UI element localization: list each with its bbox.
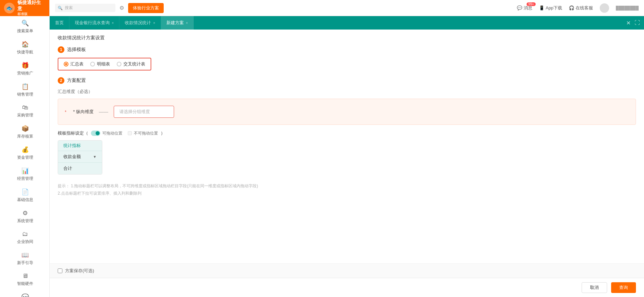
- sidebar-item-label: 搜索菜单: [17, 28, 33, 34]
- metric-dropdown-0[interactable]: ▼: [93, 155, 97, 159]
- gift-icon: 🎁: [21, 62, 29, 69]
- tab-new-plan-close[interactable]: ×: [186, 21, 188, 25]
- radio-cross-circle: [117, 62, 121, 66]
- tab-expand-icon[interactable]: ⛶: [635, 20, 640, 26]
- tab-bank[interactable]: 现金银行流水查询 ×: [69, 16, 119, 30]
- guide-icon: 📖: [21, 251, 29, 259]
- vertical-label-text: * 纵向维度: [73, 109, 94, 115]
- sidebar-item-nav[interactable]: 🏠 快捷导航: [0, 37, 49, 58]
- service-icon: 🎧: [569, 5, 574, 10]
- sidebar-item-sales[interactable]: 📋 销售管理: [0, 80, 49, 101]
- save-label: 方案保存(可选): [65, 268, 94, 274]
- download-icon: 📱: [539, 5, 544, 10]
- radio-summary[interactable]: 汇总表: [64, 61, 84, 67]
- purchase-icon: 🛍: [22, 104, 28, 111]
- collab-icon: 🗂: [22, 231, 28, 238]
- sales-icon: 📋: [21, 83, 29, 90]
- metric-row-0: 收款金额 ▼: [58, 151, 102, 163]
- sidebar-item-wechat[interactable]: 💬 企业微信: [0, 290, 49, 297]
- sidebar-item-hardware[interactable]: 🖥 智能硬件: [0, 269, 49, 290]
- sidebar-item-label: 新手引导: [17, 260, 33, 266]
- section-template: 1 选择模板 汇总表 明细表 交叉统计表: [58, 46, 636, 70]
- section2-title: 方案配置: [67, 78, 86, 84]
- radio-detail-label: 明细表: [97, 61, 110, 67]
- dimension-section-label: 汇总维度（必选）: [58, 89, 636, 95]
- radio-cross[interactable]: 交叉统计表: [117, 61, 145, 67]
- sidebar-item-label: 快捷导航: [17, 49, 33, 55]
- finance-icon: 💰: [21, 146, 29, 153]
- app-edition: 标准版: [17, 12, 45, 16]
- sidebar-item-guide[interactable]: 📖 新手引导: [0, 248, 49, 269]
- save-bar: 方案保存(可选): [50, 263, 644, 278]
- metric-group-label: 统计指标: [63, 143, 81, 148]
- sidebar-item-marketing[interactable]: 🎁 营销推广: [0, 58, 49, 80]
- vertical-label: *: [65, 109, 66, 114]
- query-button[interactable]: 查询: [611, 282, 636, 293]
- service-item[interactable]: 🎧 在线客服: [569, 5, 593, 11]
- tab-home[interactable]: 首页: [50, 16, 69, 30]
- sidebar-item-label: 经营管理: [17, 176, 33, 182]
- drag-toggle[interactable]: [91, 131, 100, 136]
- dimension-area: * * 纵向维度 —— 请选择分组维度: [58, 99, 636, 125]
- message-item[interactable]: 💬 消息 99+: [517, 5, 532, 11]
- metric-legend: 可拖动位置 不可拖动位置: [91, 131, 158, 136]
- sidebar-item-label: 企业协同: [17, 239, 33, 245]
- tab-close-all-icon[interactable]: ✕: [626, 20, 631, 26]
- save-checkbox[interactable]: [58, 268, 62, 273]
- tab-new-plan[interactable]: 新建方案 ×: [161, 16, 194, 30]
- sidebar: 🐟 畅捷通好生意 标准版 🔍 搜索菜单 🏠 快捷导航 🎁 营销推广 📋 销售管理…: [0, 0, 50, 297]
- section-config: 2 方案配置 汇总维度（必选） * * 纵向维度 —— 请选择分组维度: [58, 77, 636, 197]
- dimension-row: * * 纵向维度 —— 请选择分组维度: [65, 106, 629, 118]
- cancel-button[interactable]: 取消: [582, 282, 607, 293]
- tab-bank-close[interactable]: ×: [112, 21, 114, 25]
- topbar: 🔍 搜索 ⚙ 体验行业方案 💬 消息 99+ 📱 App下载 🎧 在线客服 ██…: [50, 0, 644, 16]
- tab-home-label: 首页: [55, 20, 64, 26]
- tab-collection-close[interactable]: ×: [153, 21, 155, 25]
- trial-button[interactable]: 体验行业方案: [128, 3, 164, 13]
- tips-line-1: 提示： 1.拖动标题栏可以调整布局，不可跨维度或指标区域拖动栏目字段(只能在同一…: [58, 183, 636, 190]
- sidebar-item-collab[interactable]: 🗂 企业协同: [0, 227, 49, 248]
- user-avatar[interactable]: [600, 3, 609, 13]
- gear-icon[interactable]: ⚙: [119, 5, 124, 11]
- template-selector: 汇总表 明细表 交叉统计表: [58, 58, 151, 70]
- username: ████████: [616, 6, 639, 10]
- sidebar-item-label: 营销推广: [17, 70, 33, 76]
- download-item[interactable]: 📱 App下载: [539, 5, 562, 11]
- sidebar-item-system[interactable]: ⚙ 系统管理: [0, 206, 49, 227]
- section1-header: 1 选择模板: [58, 46, 636, 53]
- home-icon: 🏠: [21, 41, 29, 48]
- tips-line-2: 2.点击标题栏下拉可设置排序、插入列和删除列: [58, 190, 636, 197]
- sidebar-item-operation[interactable]: 📊 经营管理: [0, 164, 49, 185]
- message-icon: 💬: [517, 5, 522, 10]
- service-label: 在线客服: [576, 5, 593, 11]
- footer-actions: 取消 查询: [50, 278, 644, 297]
- metric-label-0: 收款金额: [63, 154, 90, 160]
- logo-icon: 🐟: [4, 3, 15, 13]
- tab-bank-label: 现金银行流水查询: [75, 20, 110, 26]
- sidebar-item-finance[interactable]: 💰 资金管理: [0, 143, 49, 164]
- tips-section: 提示： 1.拖动标题栏可以调整布局，不可跨维度或指标区域拖动栏目字段(只能在同一…: [58, 183, 636, 197]
- sidebar-item-label: 基础信息: [17, 197, 33, 203]
- tab-collection[interactable]: 收款情况统计 ×: [119, 16, 161, 30]
- radio-summary-circle: [64, 62, 68, 66]
- wechat-icon: 💬: [21, 293, 29, 297]
- system-icon: ⚙: [22, 209, 28, 217]
- dimension-arrow: ——: [99, 109, 108, 114]
- sidebar-item-label: 系统管理: [17, 218, 33, 224]
- dimension-input[interactable]: 请选择分组维度: [114, 106, 174, 118]
- app-name: 畅捷通好生意: [17, 0, 45, 12]
- search-placeholder: 搜索: [65, 5, 73, 11]
- section1-title: 选择模板: [67, 47, 86, 53]
- sidebar-item-search[interactable]: 🔍 搜索菜单: [0, 16, 49, 37]
- sidebar-item-inventory[interactable]: 📦 库存核算: [0, 121, 49, 143]
- sidebar-item-basic[interactable]: 📄 基础信息: [0, 185, 49, 206]
- content-area: 收款情况统计方案设置 1 选择模板 汇总表 明细表: [50, 30, 644, 297]
- radio-detail[interactable]: 明细表: [90, 61, 110, 67]
- section2-num: 2: [58, 77, 64, 84]
- search-box[interactable]: 🔍 搜索: [55, 4, 115, 12]
- radio-cross-label: 交叉统计表: [123, 61, 145, 67]
- sidebar-item-purchase[interactable]: 🛍 采购管理: [0, 101, 49, 121]
- main-area: 🔍 搜索 ⚙ 体验行业方案 💬 消息 99+ 📱 App下载 🎧 在线客服 ██…: [50, 0, 644, 297]
- legend-nodrag-label: 不可拖动位置: [134, 131, 158, 136]
- metric-label-1: 合计: [63, 165, 90, 171]
